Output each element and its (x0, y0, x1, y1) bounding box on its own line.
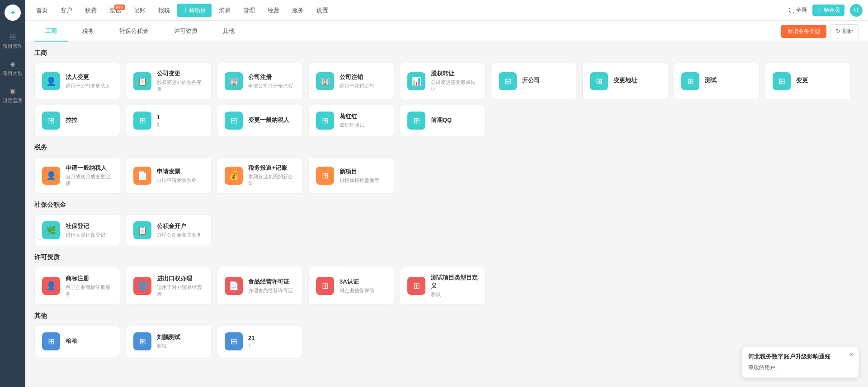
card-icon-open-company: ⊞ (499, 72, 517, 90)
card-icon-mohonghong: ⊞ (316, 112, 334, 130)
subtab-license[interactable]: 许可资质 (163, 21, 208, 42)
card-icon-company-register: 🏢 (225, 72, 243, 90)
card-open-company[interactable]: ⊞ 开公司 (491, 63, 577, 99)
card-grid-other: ⊞ 哈哈 ⊞ 刘鹏测试 测试 ⊞ 21 (34, 326, 859, 357)
card-one[interactable]: ⊞ 1 1 (126, 105, 212, 136)
card-3a-cert[interactable]: ⊞ 3A认证 对企业信誉评级 (308, 267, 394, 305)
card-change-address[interactable]: ⊞ 变更地址 (582, 63, 668, 99)
section-title-industrial: 工商 (34, 49, 859, 57)
card-desc: 1 (157, 122, 160, 127)
notification-title: 河北税务数字账户升级影响通知 (748, 353, 852, 361)
card-company-cancel[interactable]: 🏢 公司注销 适用于注销公司 (308, 63, 394, 99)
section-title-social: 社保公积金 (34, 201, 859, 209)
nav-customer[interactable]: 客户 (55, 4, 78, 17)
card-title: 开公司 (522, 76, 540, 84)
sidebar: ✦ ⊞ 项目管理 ◈ 项目类型 ◉ 进度监测 (0, 0, 25, 387)
card-liupengtest[interactable]: ⊞ 刘鹏测试 测试 (126, 326, 212, 357)
card-desc: 测试 (431, 291, 478, 298)
sidebar-logo[interactable]: ✦ (5, 5, 21, 21)
subtabs: 工商 税务 社保公积金 许可资质 其他 新增业务类型 ↻ 刷新 (25, 21, 868, 42)
section-title-tax: 税务 (34, 144, 859, 152)
sidebar-item-project-type[interactable]: ◈ 项目类型 (0, 55, 25, 80)
card-change-taxpayer[interactable]: ⊞ 变更一般纳税人 (217, 105, 303, 136)
nav-industrial[interactable]: 工商项目 (177, 4, 212, 17)
card-desc: 办理食品经营许可证 (248, 287, 293, 294)
new-type-button[interactable]: 新增业务类型 (781, 25, 826, 38)
card-icon-equity-transfer: 📊 (407, 72, 425, 90)
nav-tax[interactable]: 报税 (153, 4, 175, 17)
card-twentyone[interactable]: ⊞ 21 1 (217, 326, 303, 357)
card-icon-food-license: 📄 (225, 277, 243, 295)
card-legal-change[interactable]: 👤 法人变更 适用于公司变更法人 (34, 63, 120, 99)
card-icon-company-cancel: 🏢 (316, 72, 334, 90)
card-desc: 适用于注销公司 (340, 83, 374, 89)
nav-home[interactable]: 首页 (31, 4, 53, 17)
nav-billing[interactable]: 收费 (80, 4, 102, 17)
nav-invoice[interactable]: 票据 new (104, 4, 127, 17)
card-fund-account[interactable]: 📋 公积金开户 办理公积金相关业务 (126, 214, 212, 246)
card-haha[interactable]: ⊞ 哈哈 (34, 326, 120, 357)
card-title: 21 (248, 335, 255, 341)
card-company-register[interactable]: 🏢 公司注册 申请公司注册全流程 (217, 63, 303, 99)
card-desc: 当月或次月成变更完成 (66, 173, 113, 187)
card-icon-liupengtest: ⊞ (133, 332, 151, 350)
nav-operation[interactable]: 经营 (262, 4, 285, 17)
subtab-tax[interactable]: 税务 (71, 21, 105, 42)
refresh-icon: ↻ (836, 28, 840, 34)
card-change[interactable]: ⊞ 变更 (765, 63, 851, 99)
card-equity-transfer[interactable]: 📊 股权转让 公司变更需要股权转让 (400, 63, 486, 99)
section-tax: 税务 👤 申请一般纳税人 当月或次月成变更完成 📄 申请发票 办理申请发票业务 (34, 144, 859, 194)
card-tax-report[interactable]: 💰 税务报道+记账 拿到营业执照的新公司 (217, 157, 303, 194)
card-icon-import-export: 🌐 (133, 277, 151, 295)
card-title: 变更一般纳税人 (248, 116, 289, 124)
sidebar-item-progress-monitor[interactable]: ◉ 进度监测 (0, 82, 25, 107)
card-title: 税务报道+记账 (248, 164, 295, 172)
section-industrial: 工商 👤 法人变更 适用于公司变更法人 📋 公司变更 股权变更外的业务变更 (34, 49, 859, 136)
subtab-social[interactable]: 社保公积金 (108, 21, 160, 42)
card-title: 公司注册 (248, 73, 293, 81)
card-test-type[interactable]: ⊞ 测试项目类型目定义 测试 (400, 267, 486, 305)
topnav-right: ⛶ 全屏 ▷ 畅会员 U (789, 4, 863, 17)
subtab-other[interactable]: 其他 (212, 21, 245, 42)
fullscreen-btn[interactable]: ⛶ 全屏 (789, 6, 807, 14)
card-title: 测试项目类型目定义 (431, 274, 478, 290)
sidebar-item-project-manage[interactable]: ⊞ 项目管理 (0, 28, 25, 53)
card-title: 哈哈 (66, 337, 77, 345)
card-apply-taxpayer[interactable]: 👤 申请一般纳税人 当月或次月成变更完成 (34, 157, 120, 194)
card-desc: 办理公积金相关业务 (157, 232, 202, 238)
content-area: 工商 👤 法人变更 适用于公司变更法人 📋 公司变更 股权变更外的业务变更 (25, 42, 868, 372)
card-icon-change: ⊞ (773, 72, 791, 90)
card-company-change[interactable]: 📋 公司变更 股权变更外的业务变更 (126, 63, 212, 99)
card-desc: 报税加税控盘保管 (340, 177, 379, 184)
nav-settings[interactable]: 设置 (311, 4, 334, 17)
card-new-project[interactable]: ⊞ 新项目 报税加税控盘保管 (308, 157, 394, 194)
card-icon-apply-invoice: 📄 (133, 167, 151, 185)
card-title: 法人变更 (66, 73, 110, 81)
card-import-export[interactable]: 🌐 进出口权办理 适用于对外贸易经营者 (126, 267, 212, 305)
vip-button[interactable]: ▷ 畅会员 (812, 5, 844, 16)
card-early-qq[interactable]: ⊞ 前期QQ (400, 105, 486, 136)
card-social-register[interactable]: 🌿 社保登记 进行人员社保登记 (34, 214, 120, 246)
section-license: 许可资质 👤 商标注册 用于企业商标注册服务 🌐 进出口权办理 适用于对外贸易经… (34, 253, 859, 305)
topnav-items: 首页 客户 收费 票据 new 记账 报税 工商项目 消息 管理 经营 服务 设… (31, 4, 789, 17)
card-mohonghong[interactable]: ⊞ 葛红红 葛红红测试 (308, 105, 394, 136)
subtab-industrial[interactable]: 工商 (34, 21, 68, 42)
nav-manage[interactable]: 管理 (238, 4, 260, 17)
refresh-button[interactable]: ↻ 刷新 (830, 24, 859, 38)
nav-message[interactable]: 消息 (213, 4, 236, 17)
card-title: 申请一般纳税人 (66, 164, 113, 172)
avatar[interactable]: U (850, 4, 863, 17)
card-icon-change-taxpayer: ⊞ (225, 112, 243, 130)
card-trademark[interactable]: 👤 商标注册 用于企业商标注册服务 (34, 267, 120, 305)
card-icon-lala: ⊞ (42, 112, 60, 130)
card-food-license[interactable]: 📄 食品经营许可证 办理食品经营许可证 (217, 267, 303, 305)
sidebar-item-label: 进度监测 (3, 97, 23, 104)
card-lala[interactable]: ⊞ 拉拉 (34, 105, 120, 136)
card-apply-invoice[interactable]: 📄 申请发票 办理申请发票业务 (126, 157, 212, 194)
nav-accounting[interactable]: 记账 (128, 4, 151, 17)
notification-close-button[interactable]: ✕ (849, 351, 854, 358)
card-icon-test: ⊞ (681, 72, 699, 90)
card-title: 变更地址 (613, 76, 637, 84)
nav-service[interactable]: 服务 (287, 4, 309, 17)
card-test[interactable]: ⊞ 测试 (674, 63, 760, 99)
